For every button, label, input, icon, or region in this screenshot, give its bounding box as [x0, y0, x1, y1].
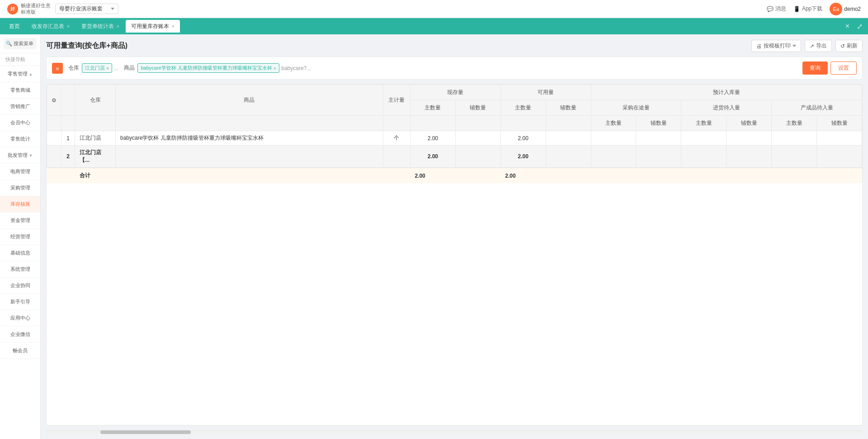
- top-bar-right: 💬 消息 📱 App下载 Ea demo2: [767, 3, 861, 15]
- th-goods-pend-main: 主数量: [681, 116, 726, 131]
- download-icon: 📱: [793, 6, 800, 12]
- sidebar-item-wechat[interactable]: 企业微信: [0, 326, 40, 343]
- logo-icon: 好: [7, 4, 18, 14]
- sidebar-item-operation[interactable]: 经营管理: [0, 229, 40, 245]
- sidebar-item-retail-mall[interactable]: 零售商城: [0, 82, 40, 99]
- chevron-down-icon: [793, 45, 796, 47]
- sidebar-item-marketing[interactable]: 营销推广: [0, 99, 40, 115]
- close-all-button[interactable]: ×: [844, 20, 851, 33]
- print-template-button[interactable]: 🖨 按模板打印: [751, 40, 801, 52]
- tab-home[interactable]: 首页: [4, 20, 25, 33]
- tab-order-stats-close[interactable]: ×: [117, 24, 119, 29]
- table-row: 1 江北门店 babycare学饮杯 儿童防摔防撞吸管杯重力球吸嘴杯宝宝水杯 个…: [47, 131, 862, 146]
- content-area: 可用量查询(按仓库+商品) 🖨 按模板打印 ↗ 导出 ↺ 刷新 »: [41, 34, 868, 439]
- table-row: 2 江北门店【... 2.00 2.00: [47, 146, 862, 168]
- th-prod-pend-header: 产成品待入量: [772, 100, 862, 116]
- th-pur-transit-main: 主数量: [591, 116, 636, 131]
- tab-available-stock-close[interactable]: ×: [172, 24, 175, 29]
- sidebar-item-ecommerce[interactable]: 电商管理: [0, 164, 40, 180]
- settings-button[interactable]: 设置: [830, 61, 857, 75]
- th-goods-pend-aux: 辅数量: [726, 116, 772, 131]
- sidebar-item-wholesale-mgmt[interactable]: 批发管理 ▼: [0, 147, 40, 164]
- th-avail-aux-qty: 辅数量: [546, 100, 591, 116]
- th-prod-pend-aux: 辅数量: [817, 116, 862, 131]
- filter-more-product[interactable]: babycare?...: [281, 65, 311, 71]
- th-current-stock: 现存量: [410, 85, 500, 100]
- sidebar-item-vip[interactable]: 畅会员: [0, 343, 40, 359]
- th-product: 商品: [116, 85, 383, 116]
- tab-order-stats[interactable]: 要货单统计表 ×: [76, 20, 125, 33]
- export-button[interactable]: ↗ 导出: [805, 40, 832, 52]
- th-predicted-inbound: 预计入库量: [591, 85, 862, 100]
- sidebar: 🔍 搜索菜单 快捷导航 零售管理 ▲ 零售商城 营销推广 会员中心 零售统计 批…: [0, 34, 41, 439]
- th-prod-pend-main: 主数量: [772, 116, 817, 131]
- message-icon: 💬: [767, 6, 774, 12]
- sidebar-item-app-center[interactable]: 应用中心: [0, 310, 40, 326]
- sidebar-item-finance[interactable]: 资金管理: [0, 212, 40, 229]
- scrollbar-thumb[interactable]: [100, 430, 191, 434]
- print-icon: 🖨: [756, 43, 762, 49]
- message-button[interactable]: 💬 消息: [767, 5, 786, 13]
- sidebar-search-area: 🔍 搜索菜单: [0, 34, 40, 53]
- chevron-icon: ▲: [29, 72, 33, 76]
- th-avail-main-qty: 主数量: [500, 100, 546, 116]
- query-button[interactable]: 查询: [802, 61, 828, 75]
- th-goods-pend-header: 进货待入量: [681, 100, 772, 116]
- th-main-unit: 主计量: [383, 85, 410, 116]
- top-bar-left: 好 畅捷通好生意 标准版 母婴行业演示账套: [7, 3, 118, 14]
- export-icon: ↗: [810, 43, 814, 49]
- warehouse-label: 仓库: [68, 64, 79, 72]
- th-pur-transit-aux: 辅数量: [636, 116, 681, 131]
- table-container: ⚙ 仓库 商品 主计量 现存量 可用量 预计入库量 主数量 辅数量 主数量 辅数…: [46, 84, 863, 425]
- avatar: Ea: [830, 3, 842, 15]
- top-bar: 好 畅捷通好生意 标准版 母婴行业演示账套 💬 消息 📱 App下载 Ea de…: [0, 0, 868, 18]
- refresh-icon: ↺: [840, 43, 845, 49]
- sidebar-item-retail-mgmt[interactable]: 零售管理 ▲: [0, 66, 40, 82]
- th-warehouse: 仓库: [75, 85, 116, 116]
- sidebar-item-enterprise[interactable]: 企业协同: [0, 278, 40, 294]
- sidebar-item-sys-mgmt[interactable]: 系统管理: [0, 261, 40, 278]
- tab-available-stock[interactable]: 可用量库存账本 ×: [126, 20, 180, 33]
- th-settings[interactable]: ⚙: [47, 85, 61, 116]
- warehouse-tag-jiangbei[interactable]: 江北门店 ×: [82, 63, 112, 73]
- th-stock-main-qty: 主数量: [410, 100, 455, 116]
- th-seq: [61, 85, 75, 116]
- chevron-down-icon: [111, 8, 114, 10]
- tab-receipt-close[interactable]: ×: [67, 24, 70, 29]
- warehouse-tags: 江北门店 × ...: [82, 63, 118, 73]
- restore-button[interactable]: ⤢: [855, 20, 864, 33]
- page-header: 可用量查询(按仓库+商品) 🖨 按模板打印 ↗ 导出 ↺ 刷新: [46, 40, 863, 52]
- page-actions: 🖨 按模板打印 ↗ 导出 ↺ 刷新: [751, 40, 863, 52]
- refresh-button[interactable]: ↺ 刷新: [835, 40, 863, 52]
- user-menu[interactable]: Ea demo2: [830, 3, 861, 15]
- tab-bar: 首页 收发存汇总表 × 要货单统计表 × 可用量库存账本 × × ⤢: [0, 18, 868, 34]
- search-menu-button[interactable]: 🔍 搜索菜单: [4, 38, 37, 49]
- th-available: 可用量: [500, 85, 591, 100]
- filter-toggle-button[interactable]: »: [52, 63, 63, 74]
- sidebar-item-member-center[interactable]: 会员中心: [0, 115, 40, 131]
- product-tag-babycare[interactable]: babycare学饮杯 儿童防摔防撞吸管杯重力球吸嘴杯宝宝水杯 ×: [137, 63, 279, 73]
- sidebar-item-retail-stats[interactable]: 零售统计: [0, 131, 40, 147]
- horizontal-scrollbar[interactable]: [46, 430, 863, 434]
- sidebar-item-purchase[interactable]: 采购管理: [0, 180, 40, 196]
- page-title: 可用量查询(按仓库+商品): [46, 41, 127, 51]
- product-filter-group: 商品 babycare学饮杯 儿童防摔防撞吸管杯重力球吸嘴杯宝宝水杯 × bab…: [124, 63, 311, 73]
- remove-product-tag[interactable]: ×: [274, 66, 276, 71]
- logo-area: 好 畅捷通好生意 标准版: [7, 3, 51, 14]
- logo-text: 畅捷通好生意 标准版: [21, 3, 51, 14]
- company-selector[interactable]: 母婴行业演示账套: [55, 4, 118, 14]
- remove-warehouse-tag[interactable]: ×: [106, 66, 109, 71]
- filter-bar: » 仓库 江北门店 × ... 商品 babycare学饮杯 儿童防摔防撞吸管杯…: [46, 57, 863, 80]
- tab-bar-right: × ⤢: [844, 20, 864, 33]
- quick-nav-label: 快捷导航: [0, 53, 40, 66]
- tab-receipt[interactable]: 收发存汇总表 ×: [26, 20, 75, 33]
- filter-more-warehouse[interactable]: ...: [114, 65, 118, 71]
- sidebar-item-new-guide[interactable]: 新手引导: [0, 294, 40, 310]
- main-layout: 🔍 搜索菜单 快捷导航 零售管理 ▲ 零售商城 营销推广 会员中心 零售统计 批…: [0, 34, 868, 439]
- table-footer-row: 合计 2.00 2.00: [47, 168, 862, 183]
- sidebar-item-inventory[interactable]: 库存核算: [0, 196, 40, 212]
- th-pur-transit-header: 采购在途量: [591, 100, 681, 116]
- app-download-button[interactable]: 📱 App下载: [793, 5, 822, 13]
- sidebar-item-basic-info[interactable]: 基础信息: [0, 245, 40, 261]
- product-label: 商品: [124, 64, 135, 72]
